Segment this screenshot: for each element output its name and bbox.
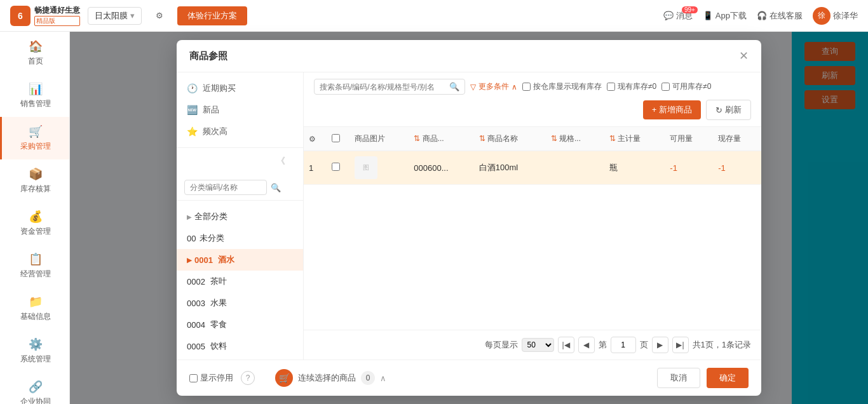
sort-icon: ⇅ (609, 134, 616, 143)
warehouse-display-checkbox[interactable]: 按仓库显示现有库存 (522, 81, 602, 92)
available-stock-checkbox[interactable]: 可用库存≠0 (661, 81, 711, 92)
sidebar-item-label: 采购管理 (20, 141, 51, 152)
sidebar-item-finance[interactable]: 💰 资金管理 (0, 202, 69, 245)
recent-purchase-tab[interactable]: 🕐 近期购买 (177, 77, 303, 99)
more-filter-button[interactable]: ▽ 更多条件 ∧ (470, 81, 517, 92)
sidebar-item-purchase[interactable]: 🛒 采购管理 (0, 117, 69, 159)
category-0002[interactable]: 0002 茶叶 (177, 271, 303, 292)
product-table-wrap: ⚙ 商品图片 ⇅ 商品... ⇅ (304, 127, 761, 330)
sidebar-item-basic-info[interactable]: 📁 基础信息 (0, 287, 69, 330)
prev-page-button[interactable]: ◀ (578, 337, 595, 353)
sidebar-item-sales[interactable]: 📊 销售管理 (0, 74, 69, 117)
sidebar-item-label: 系统管理 (20, 354, 51, 365)
category-0003[interactable]: 0003 水果 (177, 292, 303, 314)
category-0005[interactable]: 0005 饮料 (177, 335, 303, 357)
new-icon: 🆕 (187, 105, 198, 115)
confirm-button[interactable]: 确定 (707, 368, 749, 388)
avatar: 徐 (813, 7, 831, 25)
app-download-button[interactable]: 📱 App下载 (703, 10, 747, 22)
management-icon: 📋 (29, 252, 43, 266)
sidebar-item-label: 首页 (28, 56, 43, 67)
page-size-select[interactable]: 50 10 20 100 (522, 338, 554, 352)
col-code[interactable]: ⇅ 商品... (409, 127, 473, 151)
cell-unit: 瓶 (604, 151, 665, 185)
online-service-button[interactable]: 🎧 在线客服 (757, 10, 803, 22)
message-button[interactable]: 💬 消息 99+ (663, 10, 693, 22)
inventory-icon: 📦 (29, 167, 43, 181)
sidebar-item-label: 基础信息 (20, 311, 51, 322)
chevron-down-icon: ▾ (130, 11, 135, 20)
cell-code: 000600... (409, 151, 473, 185)
collapse-cart-button[interactable]: ∧ (380, 374, 386, 383)
sidebar-item-management[interactable]: 📋 经营管理 (0, 245, 69, 287)
cell-checkbox[interactable] (327, 151, 349, 185)
arrow-right-icon: ▶ (187, 257, 192, 264)
try-industry-button[interactable]: 体验行业方案 (177, 6, 247, 25)
frequent-tab[interactable]: ⭐ 频次高 (177, 121, 303, 142)
product-table: ⚙ 商品图片 ⇅ 商品... ⇅ (304, 127, 761, 185)
current-stock-checkbox[interactable]: 现有库存≠0 (607, 81, 656, 92)
sidebar-item-inventory[interactable]: 📦 库存核算 (0, 159, 69, 202)
right-toolbar: 🔍 ▽ 更多条件 ∧ 按仓库显示现有库存 (304, 72, 761, 127)
add-product-button[interactable]: + 新增商品 (643, 100, 701, 119)
new-products-tab[interactable]: 🆕 新品 (177, 99, 303, 121)
sidebar-item-label: 销售管理 (20, 98, 51, 109)
select-all-checkbox[interactable] (332, 134, 340, 142)
modal-overlay: 商品参照 ✕ 🕐 近期购买 🆕 (70, 32, 868, 404)
page-number-input[interactable] (611, 337, 636, 353)
next-page-button[interactable]: ▶ (652, 337, 668, 353)
finance-icon: 💰 (29, 210, 43, 224)
cancel-button[interactable]: 取消 (657, 368, 700, 388)
modal-footer: 显示停用 ? 🛒 连续选择的商品 0 ∧ 取消 确定 (177, 360, 761, 396)
search-icon[interactable]: 🔍 (449, 82, 459, 91)
show-disabled-checkbox[interactable]: 显示停用 (189, 372, 233, 384)
collapse-left-button[interactable]: 《 (266, 151, 295, 172)
modal-header: 商品参照 ✕ (177, 40, 761, 72)
category-00[interactable]: 00 未分类 (177, 227, 303, 249)
last-page-button[interactable]: ▶| (672, 337, 689, 353)
filter-icon: ▽ (470, 83, 476, 91)
user-profile[interactable]: 徐 徐泽华 (813, 7, 858, 25)
sort-icon: ⇅ (551, 134, 557, 143)
col-name[interactable]: ⇅ 商品名称 (474, 127, 546, 151)
star-icon: ⭐ (187, 126, 198, 137)
message-icon: 💬 (663, 11, 674, 20)
cell-index: 1 (304, 151, 327, 185)
sidebar-item-home[interactable]: 🏠 首页 (0, 32, 69, 74)
cell-available: -1 (665, 151, 713, 185)
col-settings[interactable]: ⚙ (304, 127, 327, 151)
category-0001[interactable]: ▶ 0001 酒水 (177, 249, 303, 271)
sidebar-item-enterprise[interactable]: 🔗 企业协同 (0, 372, 69, 404)
col-unit[interactable]: ⇅ 主计量 (604, 127, 665, 151)
search-icon[interactable]: 🔍 (271, 183, 281, 192)
main-layout: 🏠 首页 📊 销售管理 🛒 采购管理 📦 库存核算 💰 资金管理 📋 经营管理 … (0, 32, 868, 404)
category-search-input[interactable] (184, 180, 267, 195)
col-stock: 现存量 (713, 127, 761, 151)
top-nav: 6 畅捷通好生意 精品版 日太阳膜 ▾ ⚙ 体验行业方案 💬 消息 99+ 📱 … (0, 0, 868, 32)
help-button[interactable]: ? (241, 371, 255, 385)
cart-area: 🛒 连续选择的商品 0 ∧ (275, 369, 386, 387)
headset-icon: 🎧 (757, 11, 767, 20)
modal-title: 商品参照 (189, 50, 227, 62)
col-spec[interactable]: ⇅ 规格... (546, 127, 604, 151)
sort-icon: ⇅ (479, 134, 485, 143)
purchase-icon: 🛒 (29, 125, 43, 138)
table-row[interactable]: 1 图 000600... 白酒100ml 瓶 (304, 151, 761, 185)
footer-left: 显示停用 (189, 372, 233, 384)
enterprise-icon: 🔗 (29, 380, 43, 394)
chevron-up-icon: ∧ (512, 83, 517, 91)
gear-button[interactable]: ⚙ (149, 6, 170, 26)
first-page-button[interactable]: |◀ (558, 337, 574, 353)
modal-close-button[interactable]: ✕ (739, 49, 749, 63)
product-search-input[interactable] (320, 83, 447, 91)
store-select[interactable]: 日太阳膜 ▾ (88, 7, 142, 25)
category-0004[interactable]: 0004 零食 (177, 314, 303, 335)
refresh-table-button[interactable]: ↻ 刷新 (706, 100, 751, 120)
nav-right: 💬 消息 99+ 📱 App下载 🎧 在线客服 徐 徐泽华 (663, 7, 858, 25)
category-all[interactable]: ▶ 全部分类 (177, 206, 303, 227)
collapse-area: 《 (177, 148, 303, 175)
sidebar-item-label: 库存核算 (20, 184, 51, 194)
home-icon: 🏠 (29, 39, 43, 53)
product-search-wrap: 🔍 (314, 79, 465, 95)
sidebar-item-system[interactable]: ⚙️ 系统管理 (0, 330, 69, 372)
